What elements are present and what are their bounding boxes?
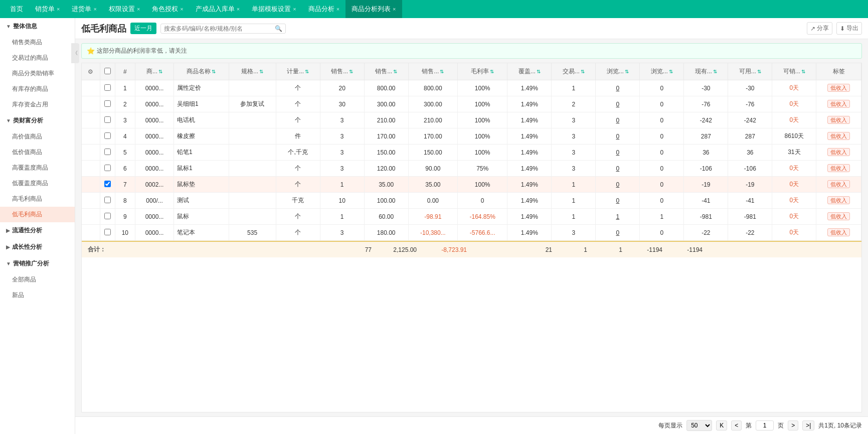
nav-template-settings[interactable]: 单据模板设置 × bbox=[246, 0, 302, 18]
sellable-column-header[interactable]: 可销...⇅ bbox=[772, 63, 816, 80]
checkbox-cell[interactable] bbox=[100, 193, 115, 209]
transaction-column-header[interactable]: 交易...⇅ bbox=[552, 63, 596, 80]
gross-margin-column-header[interactable]: 毛利率⇅ bbox=[457, 63, 507, 80]
available-column-header[interactable]: 可用...⇅ bbox=[728, 63, 772, 80]
close-icon[interactable]: × bbox=[393, 6, 396, 12]
header-actions: ↗ 分享 ⬇ 导出 bbox=[807, 22, 862, 35]
row-browse1[interactable]: 0 bbox=[596, 225, 640, 241]
row-checkbox[interactable] bbox=[104, 132, 111, 139]
sidebar-item-high-value[interactable]: 高价值商品 bbox=[0, 129, 75, 144]
page-size-select[interactable]: 50 100 200 bbox=[686, 420, 712, 431]
row-checkbox[interactable] bbox=[104, 197, 111, 203]
checkbox-cell[interactable] bbox=[100, 112, 115, 128]
close-icon[interactable]: × bbox=[293, 6, 296, 12]
close-icon[interactable]: × bbox=[93, 6, 96, 12]
close-icon[interactable]: × bbox=[237, 6, 240, 12]
checkbox-cell[interactable] bbox=[100, 161, 115, 177]
sales-amount-column-header[interactable]: 销售...⇅ bbox=[408, 63, 457, 80]
row-checkbox[interactable] bbox=[104, 84, 111, 91]
checkbox-cell[interactable] bbox=[100, 225, 115, 241]
select-all-checkbox[interactable] bbox=[104, 68, 111, 74]
sidebar-group-marketing[interactable]: ▼ 营销推广分析 bbox=[0, 255, 75, 272]
sidebar-group-growth[interactable]: ▶ 成长性分析 bbox=[0, 239, 75, 255]
checkbox-cell[interactable] bbox=[100, 144, 115, 161]
share-button[interactable]: ↗ 分享 bbox=[807, 22, 832, 35]
nav-role-auth[interactable]: 角色授权 × bbox=[146, 0, 189, 18]
row-browse1[interactable]: 0 bbox=[596, 193, 640, 209]
sidebar-item-high-coverage[interactable]: 高覆盖度商品 bbox=[0, 160, 75, 176]
nav-home[interactable]: 首页 bbox=[4, 0, 29, 18]
sidebar-item-low-coverage[interactable]: 低覆盖度商品 bbox=[0, 176, 75, 191]
first-page-button[interactable]: K bbox=[716, 420, 727, 430]
row-browse1[interactable]: 0 bbox=[596, 161, 640, 177]
row-browse1[interactable]: 0 bbox=[596, 128, 640, 144]
page-number-input[interactable] bbox=[756, 420, 774, 430]
checkbox-cell[interactable] bbox=[100, 80, 115, 96]
row-checkbox[interactable] bbox=[104, 213, 111, 219]
row-checkbox[interactable] bbox=[104, 149, 111, 155]
settings-icon[interactable]: ⚙ bbox=[88, 68, 93, 75]
close-icon[interactable]: × bbox=[180, 6, 183, 12]
close-icon[interactable]: × bbox=[137, 6, 140, 12]
checkbox-cell[interactable] bbox=[100, 209, 115, 225]
last-page-button[interactable]: >| bbox=[802, 420, 814, 430]
nav-purchase-order[interactable]: 进货单 × bbox=[66, 0, 102, 18]
row-browse1[interactable]: 0 bbox=[596, 80, 640, 96]
sidebar-item-high-margin[interactable]: 高毛利商品 bbox=[0, 191, 75, 207]
row-gross-margin: -5766.6... bbox=[457, 225, 507, 241]
sales-price-column-header[interactable]: 销售...⇅ bbox=[364, 63, 408, 80]
row-gross-margin: 100% bbox=[457, 177, 507, 193]
export-button[interactable]: ⬇ 导出 bbox=[836, 22, 862, 35]
browse1-column-header[interactable]: 浏览...⇅ bbox=[596, 63, 640, 80]
sales-qty-column-header[interactable]: 销售...⇅ bbox=[320, 63, 364, 80]
name-column-header[interactable]: 商品名称⇅ bbox=[173, 63, 229, 80]
row-browse1[interactable]: 0 bbox=[596, 96, 640, 112]
sidebar-item-traded-goods[interactable]: 交易过的商品 bbox=[0, 50, 75, 66]
time-filter-button[interactable]: 近一月 bbox=[130, 23, 156, 34]
close-icon[interactable]: × bbox=[57, 6, 60, 12]
sidebar-collapse-button[interactable]: 《 bbox=[71, 43, 79, 63]
spec-column-header[interactable]: 规格...⇅ bbox=[229, 63, 276, 80]
sidebar-item-all-goods[interactable]: 全部商品 bbox=[0, 272, 75, 287]
settings-column-header[interactable]: ⚙ bbox=[82, 63, 100, 80]
sidebar-group-wealth[interactable]: ▼ 类财富分析 bbox=[0, 112, 75, 129]
row-browse1[interactable]: 1 bbox=[596, 209, 640, 225]
sidebar-item-inventory-capital[interactable]: 库存资金占用 bbox=[0, 97, 75, 112]
current-stock-column-header[interactable]: 现有...⇅ bbox=[684, 63, 728, 80]
checkbox-cell[interactable] bbox=[100, 96, 115, 112]
checkbox-cell[interactable] bbox=[100, 128, 115, 144]
nav-product-analysis[interactable]: 商品分析 × bbox=[302, 0, 345, 18]
search-input[interactable] bbox=[164, 25, 275, 32]
row-checkbox[interactable] bbox=[104, 229, 111, 235]
coverage-column-header[interactable]: 覆盖...⇅ bbox=[507, 63, 552, 80]
prev-page-button[interactable]: < bbox=[731, 420, 742, 430]
row-checkbox[interactable] bbox=[104, 116, 111, 123]
row-browse1[interactable]: 0 bbox=[596, 112, 640, 128]
browse2-column-header[interactable]: 浏览...⇅ bbox=[640, 63, 684, 80]
sidebar-item-category-rate[interactable]: 商品分类助销率 bbox=[0, 66, 75, 81]
sidebar-item-new-goods[interactable]: 新品 bbox=[0, 287, 75, 303]
row-browse1[interactable]: 0 bbox=[596, 144, 640, 161]
search-icon[interactable]: 🔍 bbox=[275, 25, 282, 32]
sidebar-group-circulation[interactable]: ▶ 流通性分析 bbox=[0, 222, 75, 239]
row-current-stock: -76 bbox=[684, 96, 728, 112]
next-page-button[interactable]: > bbox=[788, 420, 798, 430]
sidebar-item-in-stock[interactable]: 有库存的商品 bbox=[0, 81, 75, 97]
sidebar-item-sales-goods[interactable]: 销售类商品 bbox=[0, 35, 75, 50]
sidebar-item-low-value[interactable]: 低价值商品 bbox=[0, 144, 75, 160]
code-column-header[interactable]: 商...⇅ bbox=[135, 63, 174, 80]
nav-product-analysis-list[interactable]: 商品分析列表 × bbox=[345, 0, 402, 18]
nav-permissions[interactable]: 权限设置 × bbox=[103, 0, 146, 18]
row-checkbox[interactable] bbox=[104, 165, 111, 171]
checkbox-cell[interactable] bbox=[100, 177, 115, 193]
row-checkbox[interactable] bbox=[104, 100, 111, 107]
close-icon[interactable]: × bbox=[336, 6, 339, 12]
sidebar-group-overall[interactable]: ▼ 整体信息 bbox=[0, 18, 75, 35]
unit-column-header[interactable]: 计量...⇅ bbox=[276, 63, 320, 80]
nav-sales-order[interactable]: 销货单 × bbox=[29, 0, 66, 18]
row-checkbox[interactable] bbox=[104, 181, 111, 187]
row-sales-price: 35.00 bbox=[364, 177, 408, 193]
sidebar-item-low-margin[interactable]: 低毛利商品 bbox=[0, 207, 75, 222]
nav-product-inbound[interactable]: 产成品入库单 × bbox=[190, 0, 246, 18]
row-browse1[interactable]: 0 bbox=[596, 177, 640, 193]
